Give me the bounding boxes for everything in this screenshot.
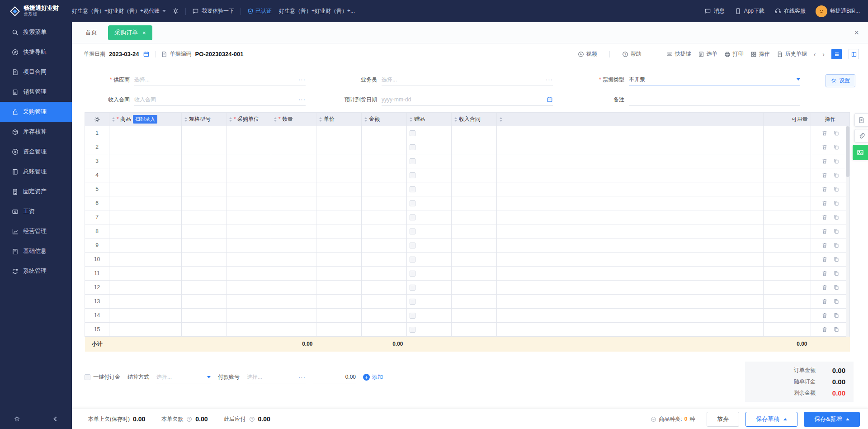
cell-qty[interactable]	[271, 267, 316, 281]
cell-spec[interactable]	[182, 196, 226, 210]
salesman-picker-icon[interactable]: ···	[546, 76, 553, 83]
cell-spec[interactable]	[182, 154, 226, 168]
column-qty[interactable]: 数量	[271, 113, 316, 126]
column-product[interactable]: 商品扫码录入	[109, 113, 182, 126]
cell-income-contract[interactable]	[452, 168, 497, 182]
gift-checkbox[interactable]	[410, 200, 415, 206]
cell-product[interactable]	[109, 224, 182, 238]
gift-checkbox[interactable]	[410, 158, 415, 164]
sidebar-item-search-menu[interactable]: 搜索菜单	[0, 22, 72, 42]
cell-qty[interactable]	[271, 281, 316, 295]
delete-row-icon[interactable]	[821, 256, 828, 262]
salesman-field[interactable]: ···	[382, 73, 553, 86]
cell-spec[interactable]	[182, 323, 226, 337]
copy-row-icon[interactable]	[833, 144, 840, 150]
delete-row-icon[interactable]	[821, 158, 828, 164]
prev-doc-arrow[interactable]: ‹	[814, 51, 816, 58]
print-button[interactable]: 打印	[724, 50, 744, 58]
calendar-icon[interactable]	[143, 51, 150, 57]
copy-row-icon[interactable]	[833, 298, 840, 305]
copy-row-icon[interactable]	[833, 256, 840, 262]
tab-close-icon[interactable]: ×	[142, 30, 146, 36]
cell-amount[interactable]	[362, 168, 407, 182]
cell-qty[interactable]	[271, 238, 316, 253]
sort-icon[interactable]	[112, 117, 115, 122]
user-menu[interactable]: 畅捷通B组...	[816, 5, 860, 17]
topbar-gear-icon[interactable]	[172, 8, 179, 14]
cell-unit[interactable]	[226, 140, 271, 154]
app-logo[interactable]: 畅捷通好业财 普及版	[0, 5, 72, 17]
sidebar-item-purchase[interactable]: 采购管理	[0, 102, 72, 122]
copy-row-icon[interactable]	[833, 326, 840, 333]
gift-checkbox[interactable]	[410, 243, 415, 248]
scan-entry-button[interactable]: 扫码录入	[133, 115, 157, 124]
view-panel-toggle[interactable]	[849, 49, 859, 59]
delete-row-icon[interactable]	[821, 298, 828, 305]
gift-checkbox[interactable]	[410, 327, 415, 333]
cell-spec[interactable]	[182, 267, 226, 281]
cell-income-contract[interactable]	[452, 154, 497, 168]
gift-checkbox[interactable]	[410, 214, 415, 220]
delete-row-icon[interactable]	[821, 312, 828, 319]
tab-purchase-order[interactable]: 采购订单 ×	[108, 25, 152, 40]
cell-product[interactable]	[109, 182, 182, 196]
sort-icon[interactable]	[184, 117, 187, 122]
salesman-input[interactable]	[382, 76, 543, 83]
view-list-toggle[interactable]	[831, 49, 842, 59]
supplier-picker-icon[interactable]: ···	[298, 76, 306, 83]
cell-price[interactable]	[316, 196, 362, 210]
settlement-input[interactable]	[156, 374, 204, 380]
cell-spec[interactable]	[182, 168, 226, 182]
cell-income-contract[interactable]	[452, 126, 497, 140]
gift-checkbox[interactable]	[410, 186, 415, 192]
column-spec[interactable]: 规格型号	[182, 113, 226, 126]
cell-price[interactable]	[316, 224, 362, 238]
cell-amount[interactable]	[362, 126, 407, 140]
cell-amount[interactable]	[362, 154, 407, 168]
sort-icon[interactable]	[364, 117, 367, 122]
next-doc-arrow[interactable]: ›	[822, 51, 825, 58]
cell-qty[interactable]	[271, 154, 316, 168]
app-download-button[interactable]: App下载	[735, 7, 764, 15]
cell-amount[interactable]	[362, 182, 407, 196]
copy-row-icon[interactable]	[833, 284, 840, 291]
cell-price[interactable]	[316, 295, 362, 309]
cell-amount[interactable]	[362, 281, 407, 295]
cell-spec[interactable]	[182, 210, 226, 224]
deposit-amount-field[interactable]	[313, 372, 356, 383]
cell-spec[interactable]	[182, 281, 226, 295]
income-contract-picker-icon[interactable]: ···	[298, 96, 306, 103]
save-and-new-button[interactable]: 保存&新增	[804, 412, 860, 427]
cell-price[interactable]	[316, 154, 362, 168]
cell-price[interactable]	[316, 210, 362, 224]
image-tool-button[interactable]	[853, 145, 868, 160]
cell-amount[interactable]	[362, 196, 407, 210]
cell-unit[interactable]	[226, 295, 271, 309]
column-income-contract[interactable]: 收入合同	[452, 113, 497, 126]
column-gift[interactable]: 赠品	[407, 113, 452, 126]
column-settings[interactable]	[85, 113, 109, 126]
cell-product[interactable]	[109, 309, 182, 323]
delete-row-icon[interactable]	[821, 186, 828, 192]
copy-row-icon[interactable]	[833, 214, 840, 220]
sidebar-item-base-info[interactable]: 基础信息	[0, 241, 72, 261]
cell-unit[interactable]	[226, 168, 271, 182]
cell-qty[interactable]	[271, 253, 316, 267]
sidebar-item-fixed-assets[interactable]: 固定资产	[0, 181, 72, 201]
cell-qty[interactable]	[271, 224, 316, 238]
cell-income-contract[interactable]	[452, 323, 497, 337]
column-unit[interactable]: 采购单位	[226, 113, 271, 126]
question-icon[interactable]: ?	[186, 416, 192, 422]
hotkeys-button[interactable]: 快捷键	[666, 50, 691, 58]
cell-unit[interactable]	[226, 238, 271, 253]
invoice-type-select[interactable]: 不开票	[629, 73, 800, 86]
cell-amount[interactable]	[362, 267, 407, 281]
cell-product[interactable]	[109, 196, 182, 210]
cell-unit[interactable]	[226, 267, 271, 281]
copy-row-icon[interactable]	[833, 172, 840, 178]
delete-row-icon[interactable]	[821, 242, 828, 248]
cell-product[interactable]	[109, 238, 182, 253]
gift-checkbox[interactable]	[410, 257, 415, 262]
cell-unit[interactable]	[226, 154, 271, 168]
cell-product[interactable]	[109, 323, 182, 337]
